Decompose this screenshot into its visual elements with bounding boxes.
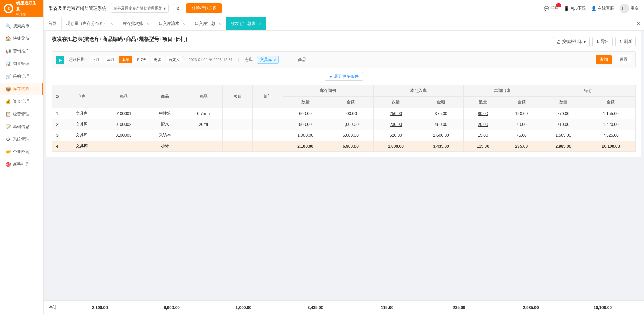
data-table: ⚙ 仓库 商品 商品 商品 项目 [52, 85, 636, 152]
cell-out-qty[interactable]: 15.00 [464, 130, 502, 141]
subtotal-in-qty[interactable]: 1,000.00 [373, 141, 418, 152]
cell-opening-qty: 600.00 [283, 108, 328, 119]
sidebar-item-system[interactable]: ⚙ 系统管理 [0, 133, 43, 146]
subtotal-in-amt: 3,435.00 [418, 141, 464, 152]
bottom-bar: 合计 2,100.00 6,900.00 1,000.00 3,435.00 1… [44, 300, 644, 314]
bottom-totals: 2,100.00 6,900.00 1,000.00 3,435.00 115.… [64, 305, 639, 310]
tab-home[interactable]: 首页 [44, 17, 62, 30]
warehouse-more-btn[interactable]: ... [283, 58, 286, 62]
sidebar-item-quick-nav[interactable]: 🏠 快捷导航 [0, 32, 43, 45]
online-service-btn[interactable]: 👤 在线客服 [591, 5, 614, 11]
total-closing-qty: 2,985.00 [495, 305, 567, 310]
topbar-left: 装备及固定资产辅助管理系统 装备及固定资产辅助管理系统 ▾ ⚙ 体验行业方案 [49, 3, 222, 13]
date-btn-last-month[interactable]: 上月 [89, 56, 102, 63]
sidebar-item-sales[interactable]: 📊 销售管理 [0, 57, 43, 70]
cell-out-qty[interactable]: 80.00 [464, 108, 502, 119]
cell-department [253, 108, 283, 119]
cell-department [253, 119, 283, 130]
sidebar-item-marketing[interactable]: 📢 营销推广 [0, 45, 43, 57]
date-btn-7days[interactable]: 近7天 [134, 56, 149, 63]
sidebar-item-inventory[interactable]: 📦 库存核算 [0, 83, 43, 95]
tab-close-inout-flow[interactable]: × [183, 21, 185, 26]
filter-toggle-btn[interactable]: ▶ [56, 56, 64, 64]
th-settings[interactable]: ⚙ [52, 85, 63, 108]
total-opening-qty: 2,100.00 [64, 305, 136, 310]
tab-close-recv-send[interactable]: × [259, 21, 261, 26]
th-in-amt: 金额 [418, 97, 464, 108]
total-in-qty: 1,000.00 [208, 305, 279, 310]
enterprise-icon: 🤝 [5, 149, 11, 155]
expand-conditions-btn[interactable]: ▼ 展开更多条件 [325, 72, 363, 81]
system-dropdown[interactable]: 装备及固定资产辅助管理系统 ▾ [111, 4, 169, 13]
warehouse-filter-tag[interactable]: 文具库 × [257, 56, 279, 64]
print-btn[interactable]: 🖨 按模板打印 ▾ [553, 37, 590, 46]
cell-in-qty[interactable]: 520.00 [373, 130, 418, 141]
cell-warehouse: 文具库 [63, 108, 101, 119]
goods-more-btn[interactable]: ... [310, 58, 313, 62]
search-icon: 🔍 [5, 23, 11, 29]
total-out-amt: 235.00 [423, 305, 495, 310]
date-filter-label: 记账日期 [68, 57, 85, 63]
print-dropdown-icon: ▾ [584, 39, 586, 44]
tab-inout-flow[interactable]: 出入库流水 × [154, 17, 190, 30]
close-all-tabs-btn[interactable]: × [633, 17, 644, 30]
app-download-btn[interactable]: 📱 App下载 [564, 5, 586, 11]
subtotal-out-qty[interactable]: 115.00 [464, 141, 502, 152]
cell-closing-amt: 1,155.00 [586, 108, 635, 119]
sidebar-item-operations[interactable]: 📋 经营管理 [0, 108, 43, 120]
tab-stock-dist[interactable]: 现存量（库存分布表） × [62, 17, 118, 30]
tab-spacer [266, 17, 633, 30]
trial-button[interactable]: 体验行业方案 [186, 3, 222, 13]
export-btn[interactable]: ⬇ 导出 [592, 37, 613, 46]
cell-in-qty[interactable]: 230.00 [373, 119, 418, 130]
app-logo: 6 [4, 4, 13, 13]
th-code: 商品 [101, 85, 146, 108]
settings-gear-btn[interactable]: ⚙ [173, 4, 182, 13]
cell-spec: 0.7mm [184, 108, 222, 119]
filter-bar: ▶ 记账日期 上月 本月 本年 近7天 更多 自定义 2023-01-01 至 … [52, 51, 636, 68]
tab-close-inout-summary[interactable]: × [219, 21, 221, 26]
table-row: 3 文具库 0100003 采访本 1,000.00 5,000.00 520.… [52, 130, 636, 141]
basic-info-icon: 📝 [5, 124, 11, 130]
tab-batch[interactable]: 库存批次账 × [118, 17, 154, 30]
date-buttons: 上月 本月 本年 近7天 更多 自定义 [89, 56, 183, 63]
main-content: 收发存汇总表(按仓库+商品编码+商品+规格型号+项目+部门) 🖨 按模板打印 ▾… [44, 31, 644, 314]
column-settings-icon[interactable]: ⚙ [55, 94, 59, 99]
total-opening-amt: 6,900.00 [136, 305, 208, 310]
th-department: 部门 [253, 85, 283, 108]
sidebar-item-purchase[interactable]: 🛒 采购管理 [0, 70, 43, 83]
sidebar-item-basic-info[interactable]: 📝 基础信息 [0, 120, 43, 133]
cell-opening-amt: 5,000.00 [328, 130, 373, 141]
date-btn-custom[interactable]: 自定义 [166, 56, 183, 63]
newbie-icon: 🎯 [5, 162, 11, 167]
cell-opening-qty: 1,000.00 [283, 130, 328, 141]
topbar: 装备及固定资产辅助管理系统 装备及固定资产辅助管理系统 ▾ ⚙ 体验行业方案 💬… [44, 0, 644, 17]
date-btn-this-year[interactable]: 本年 [119, 56, 132, 63]
tab-close-batch[interactable]: × [147, 21, 149, 26]
cell-code: 0100003 [101, 130, 146, 141]
th-in-group: 本期入库 [373, 85, 464, 97]
operations-icon: 📋 [5, 112, 11, 117]
date-btn-more[interactable]: 更多 [151, 56, 164, 63]
sidebar-item-enterprise[interactable]: 🤝 企业协同 [0, 146, 43, 158]
tab-recv-send[interactable]: 收发存汇总表 × [226, 17, 266, 30]
date-btn-this-month[interactable]: 本月 [104, 56, 117, 63]
query-btn[interactable]: 查询 [596, 55, 612, 64]
tab-inout-summary[interactable]: 出入库汇总 × [190, 17, 226, 30]
sidebar-item-finance[interactable]: 💰 资金管理 [0, 95, 43, 108]
cell-out-qty[interactable]: 20.00 [464, 119, 502, 130]
cell-in-qty[interactable]: 250.00 [373, 108, 418, 119]
subtotal-closing-qty: 2,985.00 [541, 141, 586, 152]
subtotal-out-amt: 235.00 [502, 141, 541, 152]
refresh-btn[interactable]: ↻ 刷新 [615, 37, 636, 46]
settings-btn[interactable]: 设置 [616, 55, 631, 64]
sidebar-item-newbie[interactable]: 🎯 新手引导 [0, 158, 43, 171]
warehouse-tag-close[interactable]: × [274, 58, 276, 62]
messages-btn[interactable]: 💬 消息 6 [544, 5, 559, 11]
user-btn[interactable]: Ea 用友 [620, 4, 639, 13]
cell-in-amt: 375.00 [418, 108, 464, 119]
th-out-qty: 数量 [464, 97, 502, 108]
tab-close-stock-dist[interactable]: × [111, 21, 113, 26]
subtotal-warehouse: 文具库 [63, 141, 101, 152]
sidebar-item-search[interactable]: 🔍 搜索菜单 [0, 20, 43, 32]
